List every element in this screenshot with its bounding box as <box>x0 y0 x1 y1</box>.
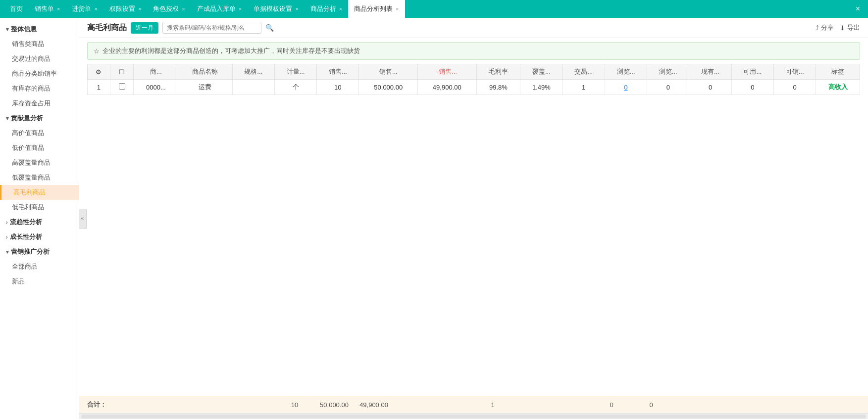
cell-gross-rate: 99.8% <box>476 80 520 95</box>
footer-sale-qty: 10 <box>275 401 314 409</box>
export-icon: ⬇ <box>840 24 845 32</box>
footer-cell-empty4 <box>235 401 275 409</box>
sidebar-item-all-goods[interactable]: 全部商品 <box>0 259 79 274</box>
nav-product-in-label: 产成品入库单 <box>197 4 236 13</box>
sidebar-item-traded-goods[interactable]: 交易过的商品 <box>0 51 79 66</box>
col-checkbox[interactable]: ☐ <box>110 64 134 80</box>
sidebar-item-low-margin[interactable]: 低毛利商品 <box>0 200 79 215</box>
cell-browse1[interactable]: 0 <box>605 80 647 95</box>
nav-close-all[interactable]: × <box>852 4 864 13</box>
sidebar-item-in-stock[interactable]: 有库存的商品 <box>0 81 79 96</box>
horizontal-scrollbar[interactable] <box>79 413 868 419</box>
col-spec[interactable]: 规格... <box>232 64 274 80</box>
sidebar-group-overview[interactable]: ▾ 整体信息 <box>0 22 79 37</box>
sidebar-group-contribution[interactable]: ▾ 贡献量分析 <box>0 111 79 126</box>
info-banner-text: 企业的主要的利润都是这部分商品创造的，可考虑加大推广，同时关注库存是不要出现缺货 <box>102 47 360 55</box>
cell-name: 运费 <box>178 80 232 95</box>
sidebar-group-trend[interactable]: › 流趋性分析 <box>0 215 79 230</box>
footer-coverage <box>433 401 473 409</box>
sidebar-item-sales-goods[interactable]: 销售类商品 <box>0 37 79 51</box>
sidebar-item-high-margin[interactable]: 高毛利商品 <box>0 185 79 200</box>
col-browse2[interactable]: 浏览... <box>647 64 689 80</box>
col-current-stock[interactable]: 现有... <box>689 64 731 80</box>
header-actions: ⤴ 分享 ⬇ 导出 <box>816 23 860 32</box>
col-available[interactable]: 可用... <box>731 64 773 80</box>
col-coverage[interactable]: 覆盖... <box>520 64 562 80</box>
sidebar-item-low-value[interactable]: 低价值商品 <box>0 140 79 155</box>
footer-tag <box>711 401 750 409</box>
table-footer: 合计： 10 50,000.00 49,900.00 1 0 0 <box>79 396 868 413</box>
sidebar-group-marketing-label: 营销推广分析 <box>11 247 50 256</box>
nav-role-close[interactable]: × <box>182 6 185 12</box>
search-input[interactable] <box>162 22 261 34</box>
sidebar-group-growth[interactable]: › 成长性分析 <box>0 230 79 244</box>
col-sale-profit[interactable]: ·销售... <box>418 64 477 80</box>
col-code[interactable]: 商... <box>134 64 178 80</box>
nav-analysis-list-close[interactable]: × <box>396 6 399 12</box>
nav-sales[interactable]: 销售单 × <box>29 0 66 18</box>
search-button[interactable]: 🔍 <box>265 24 274 32</box>
sidebar-item-high-coverage[interactable]: 高覆盖量商品 <box>0 155 79 170</box>
col-browse1[interactable]: 浏览... <box>605 64 647 80</box>
nav-purchase-close[interactable]: × <box>94 6 97 12</box>
col-gross-rate[interactable]: 毛利率 <box>476 64 520 80</box>
col-tag[interactable]: 标签 <box>816 64 860 80</box>
cell-available: 0 <box>731 80 773 95</box>
col-unit[interactable]: 计量... <box>274 64 316 80</box>
col-sellable[interactable]: 可销... <box>773 64 816 80</box>
cell-tag: 高收入 <box>816 80 860 95</box>
nav-role[interactable]: 角色授权 × <box>147 0 191 18</box>
sidebar-item-low-coverage[interactable]: 低覆盖量商品 <box>0 170 79 185</box>
sidebar-group-contribution-label: 贡献量分析 <box>11 114 43 123</box>
cell-sale-profit: 49,900.00 <box>418 80 477 95</box>
sidebar-group-trend-label: 流趋性分析 <box>10 218 42 227</box>
arrow-icon-3: › <box>6 219 8 225</box>
export-button[interactable]: ⬇ 导出 <box>840 23 860 32</box>
share-icon: ⤴ <box>816 24 819 32</box>
sidebar-group-marketing[interactable]: ▾ 营销推广分析 <box>0 244 79 259</box>
footer-cell-empty2 <box>156 401 196 409</box>
cell-browse2: 0 <box>647 80 689 95</box>
nav-permission-close[interactable]: × <box>138 6 141 12</box>
main-area: ▾ 整体信息 销售类商品 交易过的商品 商品分类助销率 有库存的商品 库存资金占… <box>0 18 868 419</box>
share-button[interactable]: ⤴ 分享 <box>816 23 834 32</box>
nav-role-label: 角色授权 <box>153 4 179 13</box>
col-settings[interactable]: ⚙ <box>88 64 110 80</box>
nav-template-close[interactable]: × <box>295 6 298 12</box>
col-name[interactable]: 商品名称 <box>178 64 232 80</box>
footer-transaction: 1 <box>473 401 512 409</box>
arrow-icon-4: › <box>6 234 8 240</box>
row-checkbox[interactable] <box>119 83 125 90</box>
nav-purchase[interactable]: 进货单 × <box>66 0 103 18</box>
nav-analysis[interactable]: 商品分析 × <box>305 0 348 18</box>
footer-available: 0 <box>631 401 671 409</box>
nav-analysis-close[interactable]: × <box>339 6 342 12</box>
sidebar-group-overview-label: 整体信息 <box>11 25 37 34</box>
sidebar-item-category-rate[interactable]: 商品分类助销率 <box>0 66 79 81</box>
cell-current-stock: 0 <box>689 80 731 95</box>
scroll-track[interactable] <box>81 415 866 419</box>
nav-template[interactable]: 单据模板设置 × <box>248 0 304 18</box>
nav-sales-close[interactable]: × <box>57 6 60 12</box>
nav-product-in[interactable]: 产成品入库单 × <box>191 0 248 18</box>
col-transaction[interactable]: 交易... <box>562 64 605 80</box>
nav-analysis-list[interactable]: 商品分析列表 × <box>348 0 405 18</box>
data-table: ⚙ ☐ 商... 商品名称 规格... 计量... 销售... 销售... ·销… <box>87 64 860 95</box>
nav-product-in-close[interactable]: × <box>239 6 242 12</box>
footer-sale-profit: 49,900.00 <box>354 401 394 409</box>
footer-sellable <box>671 401 711 409</box>
col-sale-qty[interactable]: 销售... <box>317 64 359 80</box>
cell-checkbox[interactable] <box>110 80 134 95</box>
sidebar-item-high-value[interactable]: 高价值商品 <box>0 126 79 140</box>
sidebar-item-stock-fund[interactable]: 库存资金占用 <box>0 96 79 111</box>
nav-home-label: 首页 <box>10 4 23 13</box>
nav-permission[interactable]: 权限设置 × <box>103 0 147 18</box>
sidebar-collapse-btn[interactable]: « <box>79 209 87 229</box>
cell-sellable: 0 <box>773 80 816 95</box>
nav-home[interactable]: 首页 <box>4 0 29 18</box>
date-filter-button[interactable]: 近一月 <box>131 22 158 34</box>
sidebar-item-new-goods[interactable]: 新品 <box>0 274 79 289</box>
top-nav-bar: 首页 销售单 × 进货单 × 权限设置 × 角色授权 × 产成品入库单 × 单据… <box>0 0 868 18</box>
col-sale-amt[interactable]: 销售... <box>359 64 418 80</box>
cell-coverage: 1.49% <box>520 80 562 95</box>
